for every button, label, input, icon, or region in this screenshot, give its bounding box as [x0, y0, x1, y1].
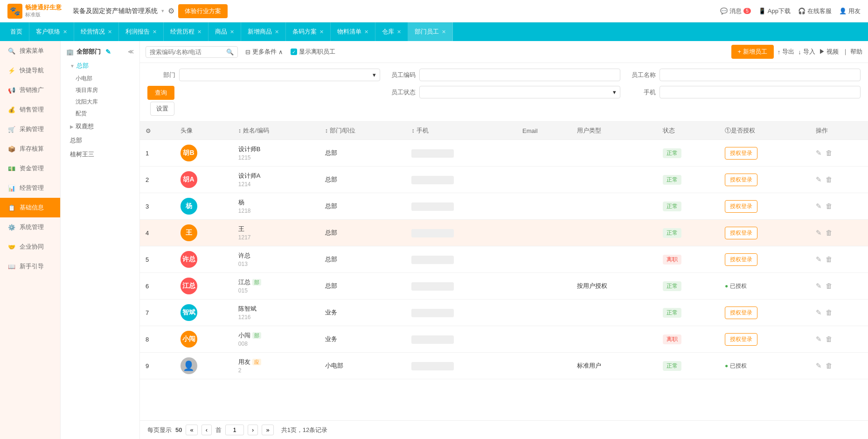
tab-profit[interactable]: 利润报告 ✕: [119, 22, 164, 41]
auth-login-button[interactable]: 授权登录: [725, 227, 757, 239]
menu-item-purchase[interactable]: 🛒 采购管理: [0, 119, 60, 139]
edit-icon[interactable]: ✎: [816, 362, 822, 370]
tab-goods[interactable]: 商品 ✕: [208, 22, 241, 41]
col-name[interactable]: ↕ 姓名/编码: [233, 122, 319, 140]
dept-child-peihuo[interactable]: 配货: [61, 108, 139, 119]
menu-item-marketing[interactable]: 📢 营销推广: [0, 80, 60, 100]
menu-item-nav[interactable]: ⚡ 快捷导航: [0, 61, 60, 80]
menu-item-system[interactable]: ⚙️ 系统管理: [0, 217, 60, 237]
delete-icon[interactable]: 🗑: [826, 362, 833, 370]
empcode-filter-input[interactable]: [419, 69, 620, 81]
next-page-btn[interactable]: ›: [248, 425, 258, 435]
delete-icon[interactable]: 🗑: [826, 308, 833, 317]
online-service-btn[interactable]: 🎧 在线客服: [798, 7, 832, 15]
close-icon[interactable]: ✕: [197, 29, 201, 35]
menu-item-search[interactable]: 🔍 搜索菜单: [0, 41, 60, 61]
empname-filter-input[interactable]: [660, 69, 861, 81]
last-page-btn[interactable]: »: [262, 425, 273, 435]
delete-icon[interactable]: 🗑: [826, 282, 833, 290]
help-button[interactable]: ｜ 帮助: [842, 48, 862, 56]
delete-icon[interactable]: 🗑: [826, 335, 833, 343]
dept-child-proj[interactable]: 项目库房: [61, 84, 139, 96]
close-icon[interactable]: ✕: [63, 29, 67, 35]
edit-icon[interactable]: ✎: [816, 229, 822, 237]
close-icon[interactable]: ✕: [364, 29, 368, 35]
dept-node-shuanglu[interactable]: ▶ 双鹿想: [61, 119, 139, 133]
menu-item-inventory[interactable]: 📦 库存核算: [0, 139, 60, 159]
sys-title-arrow[interactable]: ▾: [161, 8, 164, 14]
menu-item-finance[interactable]: 💵 资金管理: [0, 159, 60, 178]
dept-child-shenyang[interactable]: 沈阳大库: [61, 96, 139, 108]
auth-login-button[interactable]: 授权登录: [725, 307, 757, 319]
search-input[interactable]: [150, 49, 224, 56]
close-icon[interactable]: ✕: [275, 29, 279, 35]
more-filter-btn[interactable]: ⊟ 更多条件 ∧: [242, 46, 287, 58]
prev-page-btn[interactable]: ‹: [201, 425, 212, 435]
dept-edit-icon[interactable]: ✎: [105, 48, 111, 56]
empstatus-filter-select[interactable]: ▾: [419, 86, 620, 98]
auth-login-button[interactable]: 授权登录: [725, 147, 757, 160]
edit-icon[interactable]: ✎: [816, 282, 822, 290]
close-icon[interactable]: ✕: [319, 29, 324, 35]
menu-item-guide[interactable]: 📖 新手引导: [0, 257, 60, 276]
delete-icon[interactable]: 🗑: [826, 149, 833, 157]
tab-employees[interactable]: 部门员工 ✕: [408, 22, 453, 41]
menu-item-sales[interactable]: 💰 销售管理: [0, 100, 60, 119]
edit-icon[interactable]: ✎: [816, 335, 822, 343]
edit-icon[interactable]: ✎: [816, 149, 822, 157]
menu-item-collab[interactable]: 🤝 企业协同: [0, 237, 60, 257]
tab-warehouse[interactable]: 仓库 ✕: [375, 22, 408, 41]
col-phone[interactable]: ↕ 手机: [406, 122, 517, 140]
edit-icon[interactable]: ✎: [816, 175, 822, 184]
tab-customer[interactable]: 客户联络 ✕: [29, 22, 74, 41]
dept-node-zhishu[interactable]: 植树王三: [61, 147, 139, 161]
delete-icon[interactable]: 🗑: [826, 202, 833, 210]
auth-login-button[interactable]: 授权登录: [725, 200, 757, 213]
filter-actions: 查询 设置: [147, 86, 174, 116]
trial-button[interactable]: 体验行业方案: [178, 4, 228, 18]
dept-node-head[interactable]: ▼ 总部: [61, 59, 139, 73]
tab-new-goods[interactable]: 新增商品 ✕: [241, 22, 286, 41]
show-resigned-toggle[interactable]: ✓ 显示离职员工: [291, 48, 335, 56]
edit-icon[interactable]: ✎: [816, 308, 822, 317]
app-download-btn[interactable]: 📱 App下载: [758, 7, 791, 15]
menu-item-basic[interactable]: 📋 基础信息: [0, 198, 60, 217]
auth-login-button[interactable]: 授权登录: [725, 253, 757, 266]
delete-icon[interactable]: 🗑: [826, 229, 833, 237]
add-employee-button[interactable]: + 新增员工: [731, 45, 774, 59]
phone-filter-input[interactable]: [660, 86, 861, 98]
dept-node-zongbu[interactable]: 总部: [61, 133, 139, 147]
tab-operation[interactable]: 经营情况 ✕: [74, 22, 119, 41]
export-button[interactable]: ↑ 导出: [778, 48, 795, 56]
delete-icon[interactable]: 🗑: [826, 255, 833, 264]
tab-home[interactable]: 首页: [4, 22, 29, 41]
delete-icon[interactable]: 🗑: [826, 175, 833, 184]
tab-history[interactable]: 经营历程 ✕: [164, 22, 208, 41]
dept-filter-select[interactable]: ▾: [179, 69, 380, 81]
query-button[interactable]: 查询: [147, 86, 174, 100]
page-input[interactable]: [225, 425, 244, 435]
edit-icon[interactable]: ✎: [816, 202, 822, 210]
auth-login-button[interactable]: 授权登录: [725, 333, 757, 346]
close-icon[interactable]: ✕: [442, 29, 446, 35]
first-page-btn[interactable]: «: [186, 425, 197, 435]
tab-material[interactable]: 物料清单 ✕: [331, 22, 375, 41]
message-btn[interactable]: 💬 消息 5: [720, 7, 751, 15]
dept-collapse-btn[interactable]: ≪: [128, 49, 134, 55]
user-menu-btn[interactable]: 👤 用友: [839, 7, 861, 15]
edit-icon[interactable]: ✎: [816, 255, 822, 264]
col-settings[interactable]: ⚙: [140, 122, 175, 140]
gear-button[interactable]: ⚙: [168, 7, 174, 15]
menu-item-management[interactable]: 📊 经营管理: [0, 178, 60, 198]
dept-child-xiaodian[interactable]: 小电部: [61, 73, 139, 84]
close-icon[interactable]: ✕: [397, 29, 401, 35]
set-button[interactable]: 设置: [150, 102, 174, 116]
close-icon[interactable]: ✕: [153, 29, 157, 35]
import-button[interactable]: ↓ 导入: [798, 48, 815, 56]
tab-barcode[interactable]: 条码方案 ✕: [286, 22, 331, 41]
video-button[interactable]: ▶ 视频: [819, 48, 839, 56]
auth-login-button[interactable]: 授权登录: [725, 174, 757, 186]
col-dept[interactable]: ↕ 部门/职位: [319, 122, 406, 140]
close-icon[interactable]: ✕: [108, 29, 112, 35]
close-icon[interactable]: ✕: [230, 29, 234, 35]
